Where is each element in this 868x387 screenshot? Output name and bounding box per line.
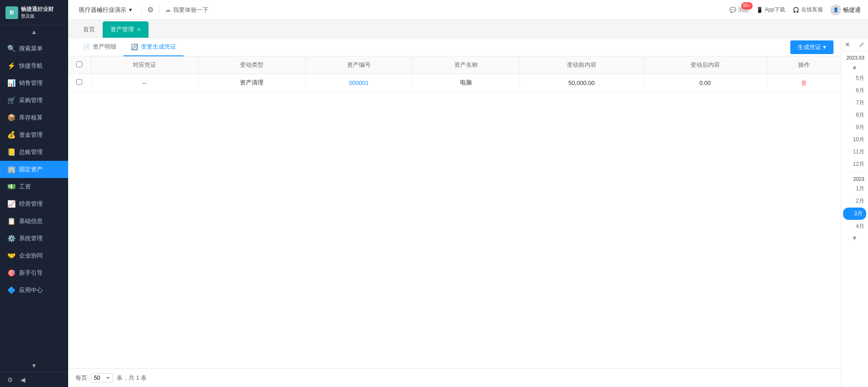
change-voucher-icon: 🔄	[131, 44, 138, 50]
sidebar-scroll-up[interactable]: ▲	[0, 26, 68, 37]
sidebar-label-finance: 资金管理	[19, 131, 43, 139]
sidebar-item-ledger[interactable]: 📒 总账管理	[0, 144, 68, 161]
months-scroll-down[interactable]: ▼	[841, 233, 868, 243]
sidebar-item-payroll[interactable]: 💵 工资	[0, 178, 68, 195]
sidebar-label-purchase: 采购管理	[19, 96, 43, 104]
tab-home[interactable]: 首页	[75, 21, 103, 38]
sidebar-label-search: 搜索菜单	[19, 45, 43, 53]
row-operation: 🗑	[767, 74, 841, 92]
message-icon: 💬	[729, 7, 736, 13]
table-row: -- 资产清理 000001 电脑 50,000.00 0.00 🗑	[68, 74, 841, 92]
month-item-8[interactable]: 8月	[841, 109, 868, 121]
subtab-change-voucher[interactable]: 🔄 变更生成凭证	[124, 38, 184, 56]
message-badge: 99+	[741, 2, 753, 10]
th-after-change: 变动后内容	[643, 56, 767, 74]
sidebar-label-system: 系统管理	[19, 234, 43, 243]
sidebar-item-quick-nav[interactable]: ⚡ 快捷导航	[0, 57, 68, 74]
quick-nav-icon: ⚡	[7, 62, 15, 70]
settings-icon[interactable]: ⚙	[7, 376, 13, 383]
month-item-12[interactable]: 12月	[841, 158, 868, 170]
year-months-list: 2023.03 ▲ 5月 6月 7月 8月 9月 10月 11月 12月 202…	[841, 51, 868, 387]
sidebar-label-enterprise: 企业协同	[19, 252, 43, 260]
avatar: 👤	[830, 5, 841, 15]
row-before-change: 50,000.00	[520, 74, 643, 92]
ledger-icon: 📒	[7, 148, 15, 156]
sidebar-label-guide: 新手引导	[19, 269, 43, 277]
per-page-select[interactable]: 50 10 20 100	[91, 373, 113, 382]
sidebar-item-search[interactable]: 🔍 搜索菜单	[0, 40, 68, 57]
month-item-10[interactable]: 10月	[841, 134, 868, 146]
tab-close-icon[interactable]: ✕	[137, 27, 141, 33]
sidebar-label-basic-info: 基础信息	[19, 217, 43, 225]
month-item-7[interactable]: 7月	[841, 97, 868, 109]
subtab-asset-list[interactable]: 📄 资产明细	[75, 38, 124, 56]
select-all-checkbox[interactable]	[76, 61, 82, 67]
generate-voucher-button[interactable]: 生成凭证 ▾	[790, 40, 833, 54]
row-change-type: 资产清理	[198, 74, 305, 92]
month-item-2023-1[interactable]: 1月	[841, 183, 868, 195]
months-scroll-up[interactable]: ▲	[841, 61, 868, 72]
th-asset-no: 资产编号	[305, 56, 412, 74]
th-asset-name: 资产名称	[412, 56, 520, 74]
delete-icon[interactable]: 🗑	[801, 79, 807, 86]
sidebar-label-quick-nav: 快捷导航	[19, 62, 43, 70]
sidebar-label-ledger: 总账管理	[19, 148, 43, 156]
data-table: 对应凭证 变动类型 资产编号 资产名称 变动前内容 变动后内容 操作	[68, 56, 841, 92]
panel-expand-icon[interactable]: ⤢	[859, 41, 864, 48]
sidebar-item-inventory[interactable]: 📦 库存核算	[0, 109, 68, 126]
table-footer: 每页 50 10 20 100 条，共 1 条	[68, 368, 841, 387]
settings-gear-icon[interactable]: ⚙	[147, 5, 154, 14]
purchase-icon: 🛒	[7, 96, 15, 104]
sidebar-item-basic-info[interactable]: 📋 基础信息	[0, 213, 68, 230]
sidebar-item-sales[interactable]: 📊 销售管理	[0, 74, 68, 92]
asset-no-link[interactable]: 000001	[349, 79, 368, 86]
app-logo: 财 畅捷通好业财 普及版	[0, 0, 68, 25]
collapse-sidebar-icon[interactable]: ◀	[20, 376, 25, 383]
row-checkbox-cell	[68, 74, 91, 92]
sidebar-label-payroll: 工资	[19, 183, 31, 191]
row-asset-no[interactable]: 000001	[305, 74, 412, 92]
message-btn[interactable]: 💬 消息 99+	[729, 6, 749, 14]
sidebar-item-system[interactable]: ⚙️ 系统管理	[0, 230, 68, 247]
tab-asset-management[interactable]: 资产管理 ✕	[103, 21, 149, 38]
app-download-btn[interactable]: 📱 App下载	[756, 6, 785, 14]
sidebar-item-finance[interactable]: 💰 资金管理	[0, 126, 68, 144]
user-menu[interactable]: 👤 畅捷通	[830, 5, 861, 15]
guide-icon: 🎯	[7, 269, 15, 277]
tabbar: 首页 资产管理 ✕	[68, 20, 868, 38]
sidebar-item-fixed-assets[interactable]: 🏢 固定资产	[0, 161, 68, 178]
sidebar-label-sales: 销售管理	[19, 79, 43, 87]
right-panel: ✕ ⤢ 2023.03 ▲ 5月 6月 7月 8月 9月 10月 11月 12月…	[841, 38, 868, 387]
row-checkbox[interactable]	[76, 79, 82, 85]
month-item-9[interactable]: 9月	[841, 121, 868, 134]
month-item-2023-3[interactable]: 3月	[843, 208, 866, 220]
month-item-6[interactable]: 6月	[841, 84, 868, 97]
month-item-11[interactable]: 11月	[841, 146, 868, 158]
sidebar-item-purchase[interactable]: 🛒 采购管理	[0, 92, 68, 109]
finance-icon: 💰	[7, 131, 15, 139]
company-selector[interactable]: 医疗器械行业演示 ▾	[75, 4, 136, 16]
experience-btn[interactable]: ☁ 我要体验一下	[165, 6, 208, 14]
sidebar-item-enterprise[interactable]: 🤝 企业协同	[0, 247, 68, 264]
app-name: 畅捷通好业财	[21, 6, 54, 13]
asset-list-label: 资产明细	[93, 43, 116, 51]
panel-close-icon[interactable]: ✕	[845, 41, 850, 48]
sidebar-footer: ⚙ ◀	[0, 372, 68, 387]
sidebar-item-guide[interactable]: 🎯 新手引导	[0, 264, 68, 282]
sidebar-scroll-down[interactable]: ▼	[0, 360, 68, 371]
th-voucher: 对应凭证	[91, 56, 198, 74]
customer-service-btn[interactable]: 🎧 在线客服	[793, 6, 823, 14]
sidebar-item-operations[interactable]: 📈 经营管理	[0, 195, 68, 213]
sidebar-label-fixed-assets: 固定资产	[19, 165, 43, 174]
sidebar-item-apps[interactable]: 🔷 应用中心	[0, 282, 68, 299]
row-voucher: --	[91, 74, 198, 92]
table-header-row: 对应凭证 变动类型 资产编号 资产名称 变动前内容 变动后内容 操作	[68, 56, 841, 74]
month-item-2023-4[interactable]: 4月	[841, 220, 868, 233]
sales-icon: 📊	[7, 79, 15, 87]
month-item-2023-2[interactable]: 2月	[841, 195, 868, 207]
apps-icon: 🔷	[7, 286, 15, 294]
th-checkbox	[68, 56, 91, 74]
topbar-divider-2	[159, 5, 159, 15]
company-dropdown-icon: ▾	[129, 6, 132, 13]
month-item-5[interactable]: 5月	[841, 72, 868, 84]
